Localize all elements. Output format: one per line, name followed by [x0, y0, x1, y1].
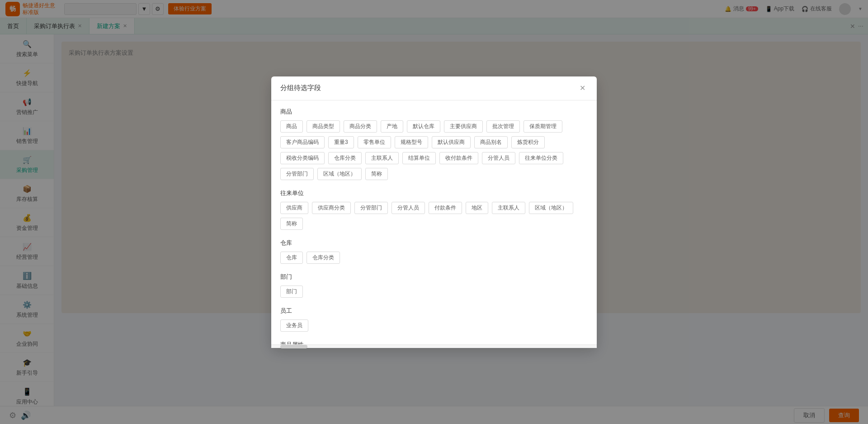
field-supplier[interactable]: 供应商 [280, 202, 308, 214]
field-main-contact-contact[interactable]: 主联系人 [492, 202, 525, 214]
field-retail-unit[interactable]: 零售单位 [358, 136, 391, 148]
field-warehouse-category[interactable]: 仓库分类 [328, 152, 362, 164]
field-payment-condition[interactable]: 付款条件 [429, 202, 462, 214]
section-product-fields: 商品 商品类型 商品分类 产地 默认仓库 主要供应商 批次管理 保质期管理 客户… [280, 120, 588, 180]
field-main-supplier[interactable]: 主要供应商 [444, 120, 483, 133]
field-product-alias[interactable]: 商品别名 [474, 136, 508, 148]
field-spec-model[interactable]: 规格型号 [395, 136, 428, 148]
field-refine-points[interactable]: 炼货积分 [511, 136, 545, 148]
field-batch-management[interactable]: 批次管理 [486, 120, 520, 133]
field-expiry-management[interactable]: 保质期管理 [524, 120, 562, 133]
field-managing-dept-contact[interactable]: 分管部门 [354, 202, 388, 214]
section-product: 商品 商品 商品类型 商品分类 产地 默认仓库 主要供应商 批次管理 保质期管理… [280, 108, 588, 180]
section-employee: 员工 业务员 [280, 307, 588, 332]
section-employee-title: 员工 [280, 307, 588, 315]
field-tax-class-code[interactable]: 税收分类编码 [280, 152, 325, 164]
modal-overlay: 分组待选字段 ✕ 商品 商品 商品类型 商品分类 产地 默认仓库 主要供应商 批… [0, 0, 868, 424]
field-warehouse[interactable]: 仓库 [280, 252, 303, 264]
field-region-product[interactable]: 区域（地区） [317, 168, 362, 180]
field-managing-person-contact[interactable]: 分管人员 [392, 202, 425, 214]
field-product-category[interactable]: 商品分类 [344, 120, 377, 133]
modal-title: 分组待选字段 [280, 84, 321, 92]
section-department-fields: 部门 [280, 286, 588, 298]
section-department-title: 部门 [280, 273, 588, 281]
field-payment-terms[interactable]: 收付款条件 [439, 152, 478, 164]
field-product-type[interactable]: 商品类型 [307, 120, 340, 133]
section-warehouse-fields: 仓库 仓库分类 [280, 252, 588, 264]
field-default-supplier[interactable]: 默认供应商 [432, 136, 471, 148]
section-contacts-fields: 供应商 供应商分类 分管部门 分管人员 付款条件 地区 主联系人 区域（地区） … [280, 202, 588, 230]
field-product[interactable]: 商品 [280, 120, 303, 133]
field-supplier-category[interactable]: 供应商分类 [312, 202, 351, 214]
field-contact-category[interactable]: 往来单位分类 [519, 152, 563, 164]
section-product-attr: 商品属性 属性 颜色 多规格 尺码 鞋码 1 [280, 341, 588, 344]
field-main-contact[interactable]: 主联系人 [365, 152, 399, 164]
field-abbreviation-product[interactable]: 简称 [365, 168, 388, 180]
field-default-warehouse[interactable]: 默认仓库 [407, 120, 440, 133]
section-warehouse-title: 仓库 [280, 239, 588, 247]
modal-scrollbar-thumb[interactable] [280, 345, 307, 348]
field-region-contact[interactable]: 区域（地区） [529, 202, 573, 214]
close-icon: ✕ [580, 84, 585, 92]
field-area[interactable]: 地区 [466, 202, 488, 214]
field-salesperson[interactable]: 业务员 [280, 319, 308, 332]
section-warehouse: 仓库 仓库 仓库分类 [280, 239, 588, 264]
section-product-attr-title: 商品属性 [280, 341, 588, 344]
field-customer-product-code[interactable]: 客户商品编码 [280, 136, 325, 148]
field-warehouse-category2[interactable]: 仓库分类 [307, 252, 340, 264]
section-contacts: 往来单位 供应商 供应商分类 分管部门 分管人员 付款条件 地区 主联系人 区域… [280, 189, 588, 230]
field-managing-dept[interactable]: 分管部门 [280, 168, 314, 180]
field-manager[interactable]: 分管人员 [482, 152, 515, 164]
field-department[interactable]: 部门 [280, 286, 303, 298]
field-weight3[interactable]: 重量3 [328, 136, 354, 148]
modal-horizontal-scrollbar[interactable] [271, 344, 597, 348]
section-department: 部门 部门 [280, 273, 588, 298]
field-abbreviation-contact[interactable]: 简称 [280, 218, 303, 230]
field-settlement-unit[interactable]: 结算单位 [402, 152, 436, 164]
modal-close-button[interactable]: ✕ [577, 83, 588, 94]
field-select-modal: 分组待选字段 ✕ 商品 商品 商品类型 商品分类 产地 默认仓库 主要供应商 批… [271, 76, 597, 348]
modal-body[interactable]: 商品 商品 商品类型 商品分类 产地 默认仓库 主要供应商 批次管理 保质期管理… [271, 100, 597, 344]
section-product-title: 商品 [280, 108, 588, 116]
modal-header: 分组待选字段 ✕ [271, 76, 597, 100]
section-contacts-title: 往来单位 [280, 189, 588, 197]
field-origin[interactable]: 产地 [381, 120, 403, 133]
section-employee-fields: 业务员 [280, 319, 588, 332]
